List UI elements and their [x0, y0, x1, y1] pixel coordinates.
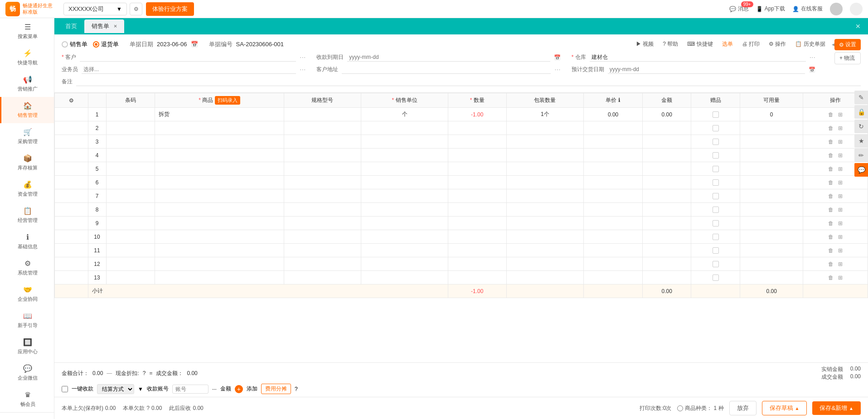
row-price[interactable] — [584, 176, 643, 189]
row-qty[interactable] — [448, 271, 506, 284]
row-amount[interactable] — [642, 203, 691, 217]
scan-button[interactable]: 扫码录入 — [215, 96, 240, 105]
row-product[interactable] — [155, 244, 284, 257]
row-barcode[interactable] — [106, 121, 155, 135]
row-product[interactable] — [155, 135, 284, 149]
save-draft-button[interactable]: 保存草稿 ▲ — [762, 401, 807, 415]
row-unit[interactable] — [361, 203, 448, 217]
row-barcode[interactable] — [106, 257, 155, 271]
row-spec[interactable] — [284, 217, 361, 230]
float-lock-btn[interactable]: 🔒 — [854, 105, 868, 119]
notes-input[interactable] — [76, 77, 861, 86]
copy-icon[interactable]: ⊞ — [838, 275, 843, 281]
row-qty[interactable] — [448, 189, 506, 203]
row-product[interactable] — [155, 217, 284, 230]
row-pack-qty[interactable] — [506, 135, 584, 149]
delete-icon[interactable]: 🗑 — [828, 111, 834, 118]
row-barcode[interactable] — [106, 162, 155, 176]
calendar-icon[interactable]: 📅 — [191, 41, 198, 48]
row-qty[interactable] — [448, 244, 506, 257]
radio-return[interactable]: 退货单 — [93, 40, 119, 48]
row-barcode[interactable] — [106, 176, 155, 189]
calendar2-icon[interactable]: 📅 — [554, 54, 561, 61]
warehouse-input[interactable] — [590, 53, 806, 62]
row-gift[interactable] — [691, 271, 740, 284]
row-unit[interactable] — [361, 189, 448, 203]
row-product[interactable] — [155, 149, 284, 162]
copy-icon[interactable]: ⊞ — [838, 111, 843, 118]
settings-button[interactable]: ⚙ — [130, 3, 142, 15]
delete-icon[interactable]: 🗑 — [828, 179, 834, 186]
row-amount[interactable] — [642, 257, 691, 271]
row-gift[interactable] — [691, 203, 740, 217]
row-qty[interactable] — [448, 203, 506, 217]
row-unit[interactable] — [361, 217, 448, 230]
row-spec[interactable] — [284, 149, 361, 162]
sidebar-item-operations[interactable]: 📋 经营管理 — [0, 202, 54, 228]
row-gift[interactable] — [691, 149, 740, 162]
copy-icon[interactable]: ⊞ — [838, 207, 843, 213]
row-barcode[interactable] — [106, 135, 155, 149]
tab-sales-order[interactable]: 销售单 × — [84, 19, 124, 33]
row-price[interactable] — [584, 257, 643, 271]
delete-icon[interactable]: 🗑 — [828, 139, 834, 145]
copy-icon[interactable]: ⊞ — [838, 166, 843, 172]
row-unit[interactable] — [361, 176, 448, 189]
row-price[interactable] — [584, 189, 643, 203]
row-amount[interactable] — [642, 176, 691, 189]
copy-icon[interactable]: ⊞ — [838, 247, 843, 254]
row-amount[interactable] — [642, 162, 691, 176]
customer-input[interactable] — [80, 53, 296, 62]
row-amount[interactable] — [642, 217, 691, 230]
row-barcode[interactable] — [106, 189, 155, 203]
row-amount[interactable] — [642, 149, 691, 162]
copy-icon[interactable]: ⊞ — [838, 152, 843, 159]
delete-icon[interactable]: 🗑 — [828, 152, 834, 159]
row-qty[interactable] — [448, 162, 506, 176]
addr-dots[interactable]: ··· — [554, 66, 560, 74]
row-amount[interactable] — [642, 189, 691, 203]
delete-icon[interactable]: 🗑 — [828, 193, 834, 199]
row-gift[interactable] — [691, 108, 740, 121]
row-qty[interactable] — [448, 135, 506, 149]
calc-method-select[interactable]: 结算方式 — [97, 384, 134, 394]
save-new-button[interactable]: 保存&新增 ▲ — [812, 401, 861, 415]
copy-icon[interactable]: ⊞ — [838, 220, 843, 226]
calendar3-icon[interactable]: 📅 — [809, 67, 815, 73]
row-spec[interactable] — [284, 108, 361, 121]
row-product[interactable] — [155, 257, 284, 271]
row-spec[interactable] — [284, 244, 361, 257]
dots-account[interactable]: ··· — [212, 386, 217, 392]
row-unit[interactable] — [361, 135, 448, 149]
row-spec[interactable] — [284, 176, 361, 189]
row-spec[interactable] — [284, 271, 361, 284]
row-gift[interactable] — [691, 121, 740, 135]
row-gift[interactable] — [691, 230, 740, 244]
row-gift[interactable] — [691, 176, 740, 189]
messages-button[interactable]: 💬 消息 99+ — [729, 5, 749, 13]
row-barcode[interactable] — [106, 271, 155, 284]
delete-icon[interactable]: 🗑 — [828, 125, 834, 131]
row-pack-qty[interactable] — [506, 257, 584, 271]
customer-addr-input[interactable] — [342, 65, 551, 74]
row-gift[interactable] — [691, 217, 740, 230]
row-amount[interactable]: 0.00 — [642, 108, 691, 121]
delete-icon[interactable]: 🗑 — [828, 166, 834, 172]
avatar[interactable] — [830, 3, 843, 15]
float-feedback-btn[interactable]: 💬 — [854, 163, 868, 177]
one-click-pay-checkbox[interactable] — [62, 386, 68, 392]
account-input[interactable] — [172, 385, 209, 394]
row-spec[interactable] — [284, 230, 361, 244]
row-unit[interactable] — [361, 271, 448, 284]
row-pack-qty[interactable] — [506, 203, 584, 217]
sidebar-settings-button[interactable]: ⚙ — [0, 416, 54, 419]
row-pack-qty[interactable] — [506, 149, 584, 162]
trial-button[interactable]: 体验行业方案 — [146, 2, 194, 16]
row-barcode[interactable] — [106, 244, 155, 257]
delete-icon[interactable]: 🗑 — [828, 220, 834, 226]
expense-btn[interactable]: 费用分摊 — [261, 384, 291, 394]
row-price[interactable] — [584, 230, 643, 244]
shortcut-btn[interactable]: ⌨ 快捷键 — [684, 39, 715, 49]
copy-icon[interactable]: ⊞ — [838, 234, 843, 240]
sidebar-item-quick-nav[interactable]: ⚡ 快捷导航 — [0, 44, 54, 71]
